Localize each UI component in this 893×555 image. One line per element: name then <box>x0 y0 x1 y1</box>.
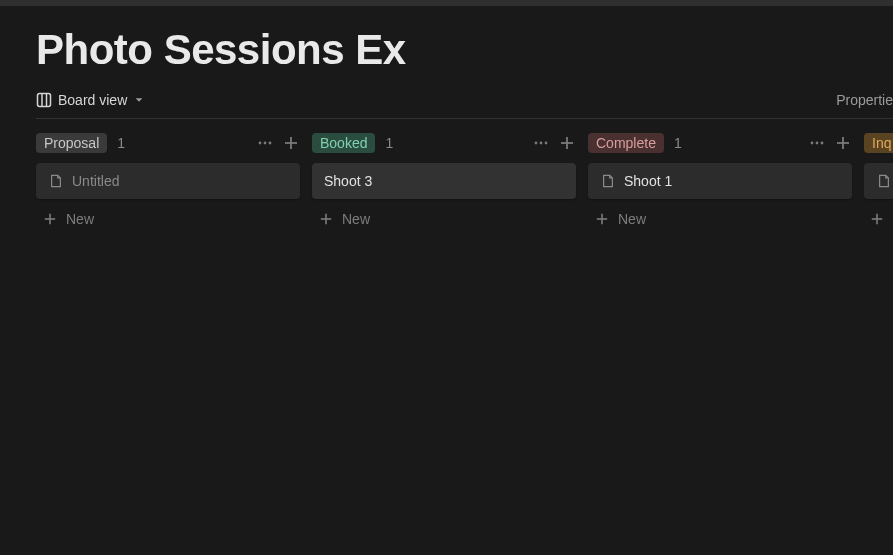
board: Proposal 1 Untitled <box>36 119 893 231</box>
svg-rect-0 <box>38 94 51 107</box>
page-icon <box>600 173 616 189</box>
plus-icon <box>594 211 610 227</box>
card[interactable]: Shoot 1 <box>588 163 852 199</box>
column-count: 1 <box>117 135 125 151</box>
column-header: Complete 1 <box>588 133 852 153</box>
svg-point-12 <box>545 142 548 145</box>
card-title: Shoot 3 <box>324 173 372 189</box>
svg-point-17 <box>811 142 814 145</box>
card-title: Shoot 1 <box>624 173 672 189</box>
column-header-left: Complete 1 <box>588 133 682 153</box>
board-icon <box>36 92 52 108</box>
svg-point-11 <box>540 142 543 145</box>
more-icon[interactable] <box>256 134 274 152</box>
new-label: New <box>66 211 94 227</box>
column-header-left: Booked 1 <box>312 133 393 153</box>
new-card-button[interactable]: New <box>588 207 852 231</box>
svg-point-3 <box>259 142 262 145</box>
column-tag[interactable]: Inq <box>864 133 893 153</box>
plus-icon[interactable] <box>282 134 300 152</box>
column-header-actions <box>256 134 300 152</box>
new-label: New <box>342 211 370 227</box>
column-booked: Booked 1 Shoot 3 New <box>312 133 576 231</box>
column-header-actions <box>532 134 576 152</box>
column-header-actions <box>808 134 852 152</box>
page-icon <box>48 173 64 189</box>
page-title: Photo Sessions Ex <box>36 26 893 74</box>
card[interactable]: Shoot 3 <box>312 163 576 199</box>
new-card-button[interactable]: New <box>36 207 300 231</box>
chevron-down-icon <box>133 94 145 106</box>
plus-icon <box>318 211 334 227</box>
column-proposal: Proposal 1 Untitled <box>36 133 300 231</box>
plus-icon <box>42 211 58 227</box>
card-title: Untitled <box>72 173 119 189</box>
new-card-button[interactable]: N <box>864 207 893 231</box>
new-label: New <box>618 211 646 227</box>
plus-icon <box>870 211 884 227</box>
column-count: 1 <box>674 135 682 151</box>
column-header-left: Inq <box>864 133 893 153</box>
column-tag[interactable]: Booked <box>312 133 375 153</box>
new-card-button[interactable]: New <box>312 207 576 231</box>
svg-point-4 <box>264 142 267 145</box>
properties-button[interactable]: Propertie <box>836 92 893 108</box>
view-toolbar: Board view Propertie <box>36 92 893 119</box>
column-header: Booked 1 <box>312 133 576 153</box>
more-icon[interactable] <box>532 134 550 152</box>
plus-icon[interactable] <box>834 134 852 152</box>
page-icon <box>876 173 892 189</box>
page-content: Photo Sessions Ex Board view Propertie <box>0 6 893 231</box>
more-icon[interactable] <box>808 134 826 152</box>
column-tag[interactable]: Complete <box>588 133 664 153</box>
column-complete: Complete 1 Shoot 1 <box>588 133 852 231</box>
svg-point-5 <box>269 142 272 145</box>
column-count: 1 <box>385 135 393 151</box>
column-tag[interactable]: Proposal <box>36 133 107 153</box>
plus-icon[interactable] <box>558 134 576 152</box>
column-inquiry: Inq N <box>864 133 893 231</box>
column-header: Inq <box>864 133 893 153</box>
svg-point-19 <box>821 142 824 145</box>
column-header-left: Proposal 1 <box>36 133 125 153</box>
svg-point-18 <box>816 142 819 145</box>
column-header: Proposal 1 <box>36 133 300 153</box>
card[interactable] <box>864 163 893 199</box>
svg-point-10 <box>535 142 538 145</box>
card[interactable]: Untitled <box>36 163 300 199</box>
view-label: Board view <box>58 92 127 108</box>
view-switcher[interactable]: Board view <box>36 92 145 108</box>
